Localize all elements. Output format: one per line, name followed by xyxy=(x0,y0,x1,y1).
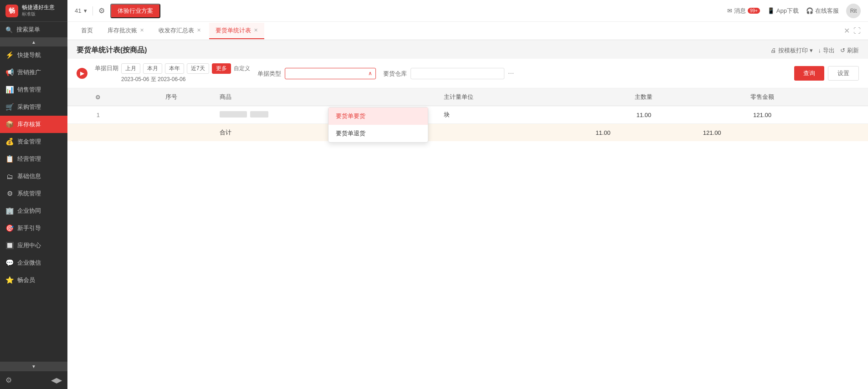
sidebar-item-guide[interactable]: 🎯 新手引导 xyxy=(0,220,67,237)
tab-home[interactable]: 首页 xyxy=(75,23,99,39)
sidebar-item-label: 新手引导 xyxy=(17,224,41,232)
sidebar-search[interactable]: 🔍 搜索菜单 xyxy=(0,22,67,37)
footer-settings-icon[interactable]: ⚙ xyxy=(5,376,12,384)
btn-last-month[interactable]: 上月 xyxy=(121,63,140,74)
btn-more-dates[interactable]: 更多 xyxy=(212,63,231,74)
inventory-icon: 📦 xyxy=(5,120,14,128)
sidebar-item-inventory[interactable]: 📦 库存核算 xyxy=(0,116,67,133)
store-id: 41 xyxy=(75,7,81,14)
sidebar-item-label: 基础信息 xyxy=(17,172,41,180)
topbar-divider xyxy=(92,6,93,15)
warehouse-filter-input[interactable] xyxy=(411,68,504,79)
logo-icon: 畅 xyxy=(5,5,18,17)
tab-inventory-batch[interactable]: 库存批次账 ✕ xyxy=(101,23,150,39)
purchase-icon: 🛒 xyxy=(5,103,14,111)
sidebar-item-enterprise[interactable]: 🏢 企业协同 xyxy=(0,202,67,220)
sidebar-item-basic[interactable]: 🗂 基础信息 xyxy=(0,168,67,185)
col-settings[interactable]: ⚙ xyxy=(67,88,129,106)
tab-inventory-batch-close[interactable]: ✕ xyxy=(140,27,144,33)
btn-last-7days[interactable]: 近7天 xyxy=(187,63,209,74)
quick-nav-icon: ⚡ xyxy=(5,51,14,59)
btn-this-month[interactable]: 本月 xyxy=(143,63,162,74)
page-title: 要货单统计表(按商品) xyxy=(77,46,147,55)
page-header: 要货单统计表(按商品) 🖨 按模板打印 ▾ ↓ 导出 ↺ 刷新 xyxy=(67,40,868,59)
service-icon: 🎧 xyxy=(806,7,813,14)
sidebar-item-quick-nav[interactable]: ⚡ 快捷导航 xyxy=(0,46,67,64)
type-filter-input[interactable] xyxy=(285,68,376,79)
query-button[interactable]: 查询 xyxy=(794,66,824,81)
tab-requisition[interactable]: 要货单统计表 ✕ xyxy=(209,23,264,39)
footer-collapse-icon[interactable]: ◀▶ xyxy=(51,376,62,384)
refresh-icon: ↺ xyxy=(840,47,845,54)
message-badge: 99+ xyxy=(748,8,760,14)
print-btn[interactable]: 🖨 按模板打印 ▾ xyxy=(770,46,813,55)
filter-expand-btn[interactable]: ▶ xyxy=(77,68,87,79)
sidebar-item-label: 采购管理 xyxy=(17,103,41,111)
app-download-btn[interactable]: 📱 App下载 xyxy=(767,7,799,15)
dropdown-item-requisition-order[interactable]: 要货单要货 xyxy=(329,107,428,125)
settings-button[interactable]: 设置 xyxy=(828,66,859,81)
sidebar-item-system[interactable]: ⚙ 系统管理 xyxy=(0,185,67,202)
type-dropdown-toggle[interactable]: ∧ xyxy=(368,70,372,77)
sidebar-item-wechat[interactable]: 💬 企业微信 xyxy=(0,254,67,271)
sidebar-scroll-up[interactable]: ▲ xyxy=(0,37,67,46)
print-label: 按模板打印 xyxy=(778,46,808,55)
online-service-btn[interactable]: 🎧 在线客服 xyxy=(806,7,839,15)
footer-unit-empty xyxy=(438,124,590,142)
tab-requisition-label: 要货单统计表 xyxy=(216,26,251,35)
sidebar-item-sales[interactable]: 📊 销售管理 xyxy=(0,81,67,98)
sidebar-item-label: 快捷导航 xyxy=(17,51,41,59)
message-label: 消息 xyxy=(734,7,746,15)
sidebar-item-purchase[interactable]: 🛒 采购管理 xyxy=(0,98,67,116)
sidebar-nav: ⚡ 快捷导航 📢 营销推广 📊 销售管理 🛒 采购管理 📦 库存核算 💰 资金管… xyxy=(0,46,67,362)
user-avatar[interactable]: Rit xyxy=(846,4,861,18)
cell-unit: 块 xyxy=(438,106,590,124)
cell-amount: 121.00 xyxy=(698,106,827,124)
tab-receivable-label: 收发存汇总表 xyxy=(159,26,194,35)
sidebar-item-finance[interactable]: 💰 资金管理 xyxy=(0,133,67,150)
sidebar-item-label: 库存核算 xyxy=(17,120,41,128)
sidebar-item-marketing[interactable]: 📢 营销推广 xyxy=(0,64,67,81)
table-footer-row: 合计 11.00 121.00 xyxy=(67,124,868,142)
table-row: 1 块 11.00 121.00 xyxy=(67,106,868,124)
tab-requisition-close[interactable]: ✕ xyxy=(254,27,258,33)
tab-receivable-close[interactable]: ✕ xyxy=(197,27,201,33)
type-filter-label: 单据类型 xyxy=(257,69,281,78)
promo-button[interactable]: 体验行业方案 xyxy=(110,4,160,18)
type-filter-group: 单据类型 ∧ xyxy=(257,68,376,79)
sidebar-item-label: 经营管理 xyxy=(17,155,41,163)
warehouse-filter-group: 要货仓库 ··· xyxy=(383,68,514,79)
filter-bar: ▶ 单据日期 上月 本月 本年 近7天 更多 自定义 2023-05-06 至 … xyxy=(67,59,868,88)
col-product: 商品 xyxy=(214,88,438,106)
btn-this-year[interactable]: 本年 xyxy=(165,63,184,74)
topbar-settings-icon[interactable]: ⚙ xyxy=(98,6,105,15)
logo-subtitle: 标准版 xyxy=(22,11,55,17)
footer-amount: 121.00 xyxy=(698,124,827,142)
filter-more-icon[interactable]: ··· xyxy=(508,69,514,77)
footer-quantity: 11.00 xyxy=(590,124,698,142)
message-icon: ✉ xyxy=(727,7,732,14)
message-btn[interactable]: ✉ 消息 99+ xyxy=(727,7,760,15)
sidebar-item-member[interactable]: ⭐ 畅会员 xyxy=(0,271,67,289)
date-filter-options: 上月 本月 本年 近7天 更多 自定义 2023-05-06 至 2023-06… xyxy=(121,63,250,83)
expand-icon[interactable]: ⛶ xyxy=(853,27,861,35)
store-selector[interactable]: 41 ▾ xyxy=(75,7,87,14)
guide-icon: 🎯 xyxy=(5,224,14,232)
export-btn[interactable]: ↓ 导出 xyxy=(818,46,835,55)
product-placeholder xyxy=(220,111,247,118)
date-quick-btns: 上月 本月 本年 近7天 更多 自定义 xyxy=(121,63,250,74)
warehouse-filter-label: 要货仓库 xyxy=(383,69,407,78)
topbar: 41 ▾ ⚙ 体验行业方案 ✉ 消息 99+ 📱 App下载 🎧 在线客服 Ri… xyxy=(67,0,868,22)
footer-empty2 xyxy=(129,124,214,142)
close-all-icon[interactable]: ✕ xyxy=(844,26,850,35)
sidebar-item-apps[interactable]: 🔲 应用中心 xyxy=(0,237,67,254)
sidebar-item-operation[interactable]: 📋 经营管理 xyxy=(0,150,67,168)
sidebar-item-label: 营销推广 xyxy=(17,68,41,77)
sidebar-scroll-down[interactable]: ▼ xyxy=(0,362,67,371)
system-icon: ⚙ xyxy=(5,189,14,198)
col-extra xyxy=(827,88,868,106)
refresh-btn[interactable]: ↺ 刷新 xyxy=(840,46,859,55)
dropdown-item-requisition-return[interactable]: 要货单退货 xyxy=(329,125,428,142)
page-actions: 🖨 按模板打印 ▾ ↓ 导出 ↺ 刷新 xyxy=(770,46,859,55)
tab-receivable[interactable]: 收发存汇总表 ✕ xyxy=(152,23,207,39)
